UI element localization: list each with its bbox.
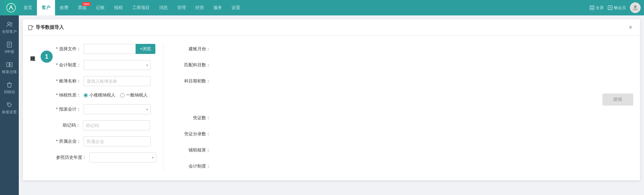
svg-rect-2 (590, 5, 591, 7)
right-accounting-system-row: 会计制度： (184, 161, 633, 171)
accounting-system-select-wrapper: ▾ (84, 60, 151, 70)
svg-rect-12 (10, 63, 12, 67)
fullscreen-label: 全屏 (596, 5, 604, 11)
nav-service[interactable]: 服务 (209, 0, 227, 15)
browse-button[interactable]: +浏览 (136, 44, 156, 54)
ref-year-select[interactable] (89, 152, 156, 162)
form-fields: * 选择文件： +浏览 * 会计制度： (56, 44, 156, 162)
voucher-entries-row: 凭证分录数： (184, 129, 633, 139)
build-button[interactable]: 建账 (602, 93, 633, 106)
sidebar-label-migrate: 账套迁移 (2, 69, 17, 74)
ref-year-label: 参照历史年度： (56, 154, 87, 160)
fullscreen-button[interactable]: 全屏 (590, 5, 604, 11)
memo-code-label: 助记码： (56, 122, 80, 128)
belong-company-label: * 所属企业： (56, 138, 81, 144)
new-badge: new (82, 2, 91, 6)
dialog-header: 导爷数据导入 × (23, 19, 640, 36)
svg-rect-14 (29, 25, 32, 30)
sidebar: 全部客户 0申报 账套迁移 回收站 标签设置 (0, 15, 19, 195)
sidebar-item-all-clients[interactable]: 全部客户 (0, 18, 19, 37)
dialog-title: 导爷数据导入 (36, 24, 64, 30)
content-area: 导爷数据导入 × 建账 1 * 选择文件： (19, 15, 644, 195)
aux-accounting-label: 辅助核算： (184, 147, 210, 153)
users-icon (6, 21, 13, 28)
build-btn-row: 建账 (184, 93, 633, 106)
form-body: 建账 1 * 选择文件： +浏览 * 会计 (23, 36, 640, 179)
avatar[interactable] (630, 2, 641, 13)
sidebar-label-recycle: 回收站 (4, 89, 15, 94)
build-month-row: 建账月份： (184, 44, 633, 54)
sidebar-label-tags: 标签设置 (2, 110, 17, 115)
voucher-count-row: 凭证数： (184, 113, 633, 123)
svg-point-7 (634, 5, 637, 8)
member-button[interactable]: 畅会员 (608, 5, 626, 11)
radio-small-scale-input[interactable] (84, 93, 88, 97)
right-panel: 建账月份： 匹配科目数： 科目期初数： 建账 (170, 44, 633, 171)
ref-year-row: 参照历史年度： ▾ (56, 152, 156, 162)
memo-code-row: 助记码： (56, 120, 156, 130)
assign-accountant-label: * 指派会计： (56, 106, 81, 112)
accounting-system-row: * 会计制度： ▾ (56, 60, 156, 70)
file-row: * 选择文件： +浏览 (56, 44, 156, 54)
tax-nature-group: 小规模纳税人 一般纳税人 (84, 92, 148, 98)
radio-general-label: 一般纳税人 (126, 92, 148, 98)
logo (3, 0, 19, 15)
svg-rect-4 (590, 8, 591, 10)
radio-general-input[interactable] (120, 93, 125, 97)
subject-init-row: 科目期初数： (184, 76, 633, 86)
build-month-label: 建账月份： (184, 46, 210, 52)
file-input-group: +浏览 (84, 44, 156, 54)
svg-rect-3 (593, 5, 594, 7)
tag-icon (6, 101, 13, 109)
svg-rect-11 (7, 63, 9, 67)
nav-bookkeeping[interactable]: 记账 (91, 0, 109, 15)
accounting-system-select[interactable] (84, 60, 151, 70)
nav-fee[interactable]: 收费 (55, 0, 73, 15)
sidebar-item-declaration[interactable]: 0申报 (0, 38, 19, 57)
voucher-entries-label: 凭证分录数： (184, 131, 210, 137)
radio-small-scale-label: 小规模纳税人 (89, 92, 115, 98)
nav-invoice[interactable]: 票据 new (73, 0, 91, 15)
radio-general[interactable]: 一般纳税人 (120, 92, 148, 98)
nav-settings[interactable]: 设置 (227, 0, 245, 15)
sidebar-item-tags[interactable]: 标签设置 (0, 99, 19, 117)
radio-small-scale[interactable]: 小规模纳税人 (84, 92, 115, 98)
right-accounting-system-label: 会计制度： (184, 163, 210, 169)
assign-accountant-select[interactable] (84, 104, 151, 114)
nav-manage[interactable]: 管理 (172, 0, 191, 15)
subject-init-label: 科目期初数： (184, 78, 210, 84)
nav-bizproject[interactable]: 工商项目 (128, 0, 154, 15)
close-button[interactable]: × (627, 23, 635, 31)
file-label: * 选择文件： (56, 46, 81, 52)
nav-message[interactable]: 消息 (154, 0, 172, 15)
memo-code-input[interactable] (83, 120, 150, 130)
tax-nature-label: * 纳税性质： (56, 92, 81, 98)
match-subject-label: 匹配科目数： (184, 62, 210, 68)
belong-company-row: * 所属企业： (56, 136, 156, 146)
ledger-name-input[interactable] (84, 76, 151, 86)
dialog-header-left: 导爷数据导入 (28, 24, 64, 30)
sidebar-item-migrate[interactable]: 账套迁移 (0, 58, 19, 77)
nav-client[interactable]: 客户 (37, 0, 55, 15)
tax-nature-row: * 纳税性质： 小规模纳税人 一般纳税人 (56, 92, 156, 98)
sidebar-label-declaration: 0申报 (5, 49, 14, 54)
nav-operation[interactable]: 经营 (191, 0, 209, 15)
migrate-icon (6, 61, 13, 68)
assign-accountant-select-wrapper: ▾ (84, 104, 151, 114)
svg-point-9 (10, 23, 12, 24)
file-input[interactable] (84, 44, 136, 54)
ledger-name-label: * 账簿名称： (56, 78, 81, 84)
sidebar-label-all-clients: 全部客户 (2, 29, 17, 34)
trash-icon (6, 81, 13, 88)
ledger-name-row: * 账簿名称： (56, 76, 156, 86)
sidebar-item-recycle[interactable]: 回收站 (0, 78, 19, 97)
nav-tax[interactable]: 报税 (109, 0, 128, 15)
match-subject-row: 匹配科目数： (184, 60, 633, 70)
ref-year-select-wrapper: ▾ (89, 152, 156, 162)
file-icon (6, 41, 13, 48)
belong-company-input[interactable] (84, 136, 151, 146)
nav-home[interactable]: 首页 (19, 0, 37, 15)
step-badge: 1 (41, 51, 53, 63)
import-icon (28, 25, 34, 30)
top-nav: 首页 客户 收费 票据 new 记账 报税 工商项目 消息 管理 经营 服务 设… (0, 0, 644, 15)
